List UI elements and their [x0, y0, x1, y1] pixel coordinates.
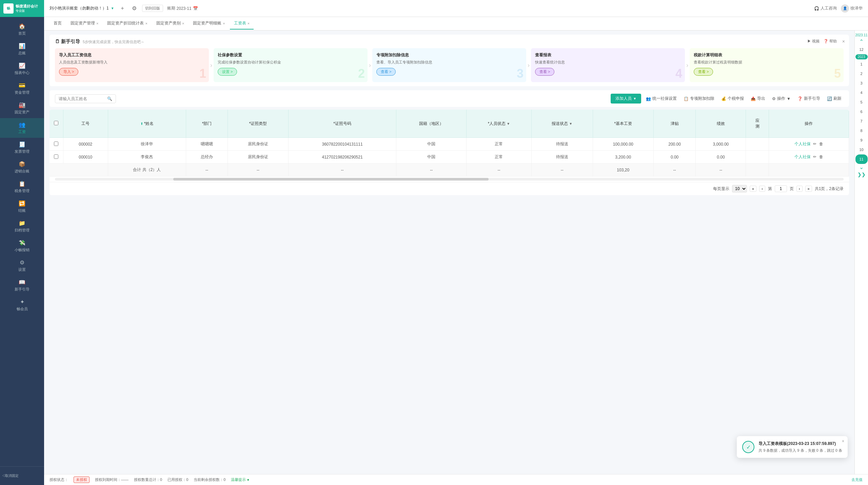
row2-checkbox[interactable] [50, 151, 63, 164]
add-account-button[interactable]: ＋ [118, 4, 126, 13]
charge-link[interactable]: 去充值 [851, 477, 863, 482]
sidebar-item-member[interactable]: ✦ 畅会员 [0, 295, 44, 315]
sidebar-item-ledger[interactable]: 📊 总账 [0, 39, 44, 59]
row1-edit-icon[interactable]: ✏ [813, 142, 816, 146]
cal-month-2[interactable]: 2 [855, 69, 868, 78]
tab-close-detail[interactable]: × [223, 21, 225, 25]
sidebar-item-home[interactable]: 🏠 首页 [0, 20, 44, 39]
select-all-checkbox[interactable] [54, 121, 58, 125]
tab-close-depreciation[interactable]: × [145, 21, 147, 25]
calendar-down-button[interactable]: ⌄ [859, 164, 864, 170]
operation-button[interactable]: ⚙ 操作 ▼ [770, 94, 793, 103]
row2-edit-icon[interactable]: ✏ [813, 154, 816, 159]
cal-month-3[interactable]: 3 [855, 78, 868, 88]
user-name: 徐泽华 [850, 5, 863, 11]
step-3-button[interactable]: 查看 > [376, 68, 396, 76]
sidebar-item-stockledger[interactable]: 📦 进销台账 [0, 157, 44, 177]
account-selector[interactable]: 刘小艳演示账套（勿删勿动！）1 ▼ [50, 5, 114, 11]
row1-delete-icon[interactable]: 🗑 [819, 142, 823, 146]
tab-close-payroll[interactable]: × [248, 21, 250, 25]
step-4-button[interactable]: 查看 > [535, 68, 554, 76]
tab-asset-detail[interactable]: 固定资产明细账 × [189, 18, 229, 30]
horizontal-scrollbar[interactable] [55, 178, 844, 181]
cal-month-10[interactable]: 10 [855, 145, 868, 154]
checkbox-row1[interactable] [54, 142, 58, 146]
user-menu[interactable]: 👤 徐泽华 [841, 4, 863, 13]
sidebar-item-archive[interactable]: 📁 归档管理 [0, 217, 44, 236]
sidebar-item-settings[interactable]: ⚙ 设置 [0, 256, 44, 276]
switch-version-button[interactable]: 切到旧版 [142, 5, 163, 12]
export-button[interactable]: 📤 导出 [749, 94, 767, 103]
tab-home[interactable]: 首页 [50, 18, 66, 30]
refresh-button[interactable]: 🔄 刷新 [825, 94, 844, 103]
row1-calc [746, 138, 769, 151]
row1-action-social[interactable]: 个人社保 [794, 142, 811, 146]
first-page-button[interactable]: « [750, 186, 756, 192]
wizard-close-button[interactable]: × [842, 39, 845, 44]
last-page-button[interactable]: » [805, 186, 812, 192]
header-checkbox[interactable] [50, 110, 63, 138]
cal-month-9[interactable]: 9 [855, 135, 868, 145]
calendar-expand-icon[interactable]: ❯❯ [857, 172, 866, 177]
tax-report-button[interactable]: 💰 个税申报 [719, 94, 746, 103]
step-2-button[interactable]: 设置 > [218, 68, 237, 76]
row1-name[interactable]: 徐泽华 [108, 138, 186, 151]
add-person-button[interactable]: 添加人员 ▼ [611, 94, 641, 104]
per-page-select[interactable]: 10 [732, 185, 747, 192]
cal-month-7[interactable]: 7 [855, 116, 868, 126]
cal-month-1[interactable]: 1 [855, 59, 868, 69]
row2-delete-icon[interactable]: 🗑 [819, 154, 823, 159]
page-input[interactable] [775, 185, 787, 192]
guide-button[interactable]: ❓ 新手引导 [795, 94, 822, 103]
checkbox-row2[interactable] [54, 154, 58, 159]
cal-month-6[interactable]: 6 [855, 107, 868, 116]
add-dropdown-icon: ▼ [633, 97, 636, 100]
help-link[interactable]: ❓ 帮助 [824, 39, 837, 44]
social-insurance-button[interactable]: 👥 统一社保设置 [644, 94, 679, 103]
unpin-button[interactable]: ◁取消固定 [0, 470, 44, 482]
report-filter-icon[interactable]: ▼ [569, 122, 572, 126]
tab-payroll[interactable]: 工资表 × [230, 18, 254, 30]
header-status[interactable]: *人员状态 ▼ [467, 110, 532, 138]
tab-close-category[interactable]: × [182, 21, 184, 25]
wizard-arrow-3: › [526, 48, 531, 82]
sidebar-item-reports[interactable]: 📈 报表中心 [0, 59, 44, 79]
sidebar-item-invoice[interactable]: 🧾 发票管理 [0, 138, 44, 157]
row1-checkbox[interactable] [50, 138, 63, 151]
cal-month-11[interactable]: 11 [855, 154, 868, 164]
sidebar-item-fund[interactable]: 💳 资金管理 [0, 79, 44, 98]
sidebar-item-expense[interactable]: 💸 小畅报销 [0, 236, 44, 256]
tab-asset-category[interactable]: 固定资产类别 × [152, 18, 188, 30]
sidebar-item-guide[interactable]: 📖 新手引导 [0, 276, 44, 295]
cal-month-4[interactable]: 4 [855, 88, 868, 97]
cal-month-12[interactable]: 12 [855, 45, 868, 54]
status-filter-icon[interactable]: ▼ [507, 122, 510, 126]
toast-close-button[interactable]: × [842, 439, 844, 444]
calendar-up-button[interactable]: ⌃ [859, 38, 864, 45]
sidebar-item-close[interactable]: 🔁 结账 [0, 197, 44, 217]
sidebar-item-tax[interactable]: 📋 税务管理 [0, 177, 44, 197]
header-report-status[interactable]: 报送状态 ▼ [531, 110, 593, 138]
tab-close-fixed-assets[interactable]: × [96, 21, 98, 25]
ai-help-button[interactable]: 🎧 人工咨询 [814, 5, 837, 11]
page-content: 🗒 新手引导 5步快速完成设置，快去完善信息吧～ ▶ 视频 ❓ 帮助 × 导入员… [44, 31, 854, 474]
step-1-button[interactable]: 导入 > [59, 68, 78, 76]
prev-page-button[interactable]: ‹ [759, 186, 765, 192]
period-selector[interactable]: 账期 2023-11 📅 [167, 5, 198, 11]
header-name[interactable]: ⬆ *姓名 [108, 110, 186, 138]
cal-month-5[interactable]: 5 [855, 97, 868, 107]
sidebar-item-fixed-assets[interactable]: 🏭 固定资产 [0, 98, 44, 118]
step-5-button[interactable]: 查看 > [694, 68, 713, 76]
row2-action-social[interactable]: 个人社保 [794, 154, 811, 159]
sidebar-item-payroll[interactable]: 👥 工资 [0, 118, 44, 138]
tab-fixed-assets[interactable]: 固定资产管理 × [66, 18, 102, 30]
table-container: 工号 ⬆ *姓名 *部门 [50, 110, 849, 195]
tab-depreciation[interactable]: 固定资产折旧统计表 × [103, 18, 151, 30]
row2-name[interactable]: 李俊杰 [108, 151, 186, 164]
video-link[interactable]: ▶ 视频 [807, 39, 820, 44]
cal-month-8[interactable]: 8 [855, 126, 868, 135]
settings-button[interactable]: ⚙ [131, 4, 138, 12]
search-input[interactable] [59, 96, 106, 101]
next-page-button[interactable]: › [796, 186, 803, 192]
special-deduction-button[interactable]: 📋 专项附加扣除 [682, 94, 716, 103]
